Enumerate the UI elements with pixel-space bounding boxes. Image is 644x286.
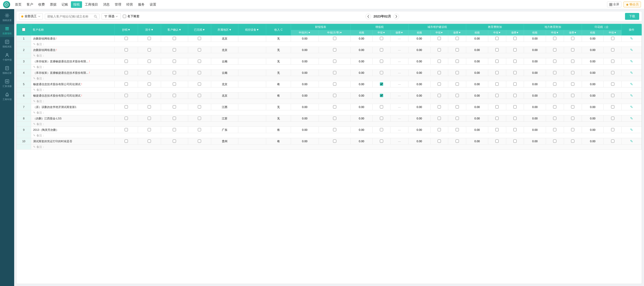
row-clear_card[interactable]: [138, 93, 161, 99]
row-chengshi-pay[interactable]: [448, 35, 466, 42]
edit-icon[interactable]: ✎: [630, 105, 633, 109]
row-jiaoyu-pay[interactable]: [506, 104, 524, 110]
row-chengshi-report[interactable]: [430, 93, 448, 99]
download-btn[interactable]: 下载: [625, 13, 639, 20]
row-zengjian-report[interactable]: [373, 93, 391, 99]
chengshi-pay-checkbox[interactable]: [456, 37, 459, 40]
difang-report-checkbox[interactable]: [553, 94, 556, 97]
done-checkbox[interactable]: [198, 48, 201, 51]
row-done[interactable]: [188, 93, 211, 99]
nav-item-home[interactable]: 首页: [13, 1, 24, 8]
difang-pay-checkbox[interactable]: [571, 117, 574, 120]
row-clear_card[interactable]: [138, 47, 161, 53]
nav-item-billing[interactable]: 收费: [36, 1, 47, 8]
jiaoyu-report-checkbox[interactable]: [495, 128, 499, 131]
confirm-checkbox[interactable]: [173, 139, 176, 143]
row-jiaoyu-report[interactable]: [488, 70, 506, 76]
row-tax_copy[interactable]: [115, 104, 138, 110]
row-chengshi-report[interactable]: [430, 35, 448, 42]
note-edit-icon[interactable]: ✎: [33, 122, 35, 126]
row-chengshi-pay[interactable]: [448, 81, 466, 87]
edit-icon[interactable]: ✎: [630, 82, 633, 86]
difang-pay-checkbox[interactable]: [571, 82, 574, 86]
confirm-checkbox[interactable]: [173, 105, 176, 109]
tax_copy-checkbox[interactable]: [125, 94, 128, 97]
row-done[interactable]: [188, 115, 211, 122]
row-confirm[interactable]: [161, 70, 188, 76]
done-checkbox[interactable]: [198, 139, 201, 143]
row-yinhua-report[interactable]: [604, 127, 622, 133]
row-confirm[interactable]: [161, 138, 188, 145]
row-operation[interactable]: ✎: [622, 104, 642, 110]
row-jiaoyu-report[interactable]: [488, 81, 506, 87]
row-chengshi-report[interactable]: [430, 70, 448, 76]
zengjian-report-checkbox[interactable]: [380, 105, 383, 109]
tax_copy-checkbox[interactable]: [125, 128, 128, 131]
date-next-btn[interactable]: [394, 14, 399, 19]
chengshi-report-checkbox[interactable]: [438, 94, 441, 97]
row-tax_copy[interactable]: [115, 93, 138, 99]
nav-item-message[interactable]: 消息: [101, 1, 112, 8]
row-caiwu-month[interactable]: [319, 70, 350, 76]
row-done[interactable]: [188, 104, 211, 110]
row-done[interactable]: [188, 138, 211, 145]
row-chengshi-report[interactable]: [430, 81, 448, 87]
row-clear_card[interactable]: [138, 138, 161, 145]
row-operation[interactable]: ✎: [622, 93, 642, 99]
row-clear_card[interactable]: [138, 58, 161, 65]
sidebar-item-annual-settlement[interactable]: 汇算清缴: [0, 77, 14, 90]
sidebar-item-personal-tax[interactable]: 个税申报: [0, 51, 14, 63]
zengjian-report-checkbox[interactable]: [380, 48, 383, 51]
confirm-checkbox[interactable]: [173, 37, 176, 40]
row-confirm[interactable]: [161, 93, 188, 99]
caiwu-month-checkbox[interactable]: [333, 48, 336, 51]
row-operation[interactable]: ✎: [622, 58, 642, 65]
accounts-checkbox[interactable]: 名下账套: [123, 14, 140, 19]
zengjian-report-checkbox[interactable]: [380, 71, 383, 74]
clear_card-checkbox[interactable]: [148, 60, 151, 63]
row-operation[interactable]: ✎: [622, 70, 642, 76]
caiwu-month-checkbox[interactable]: [333, 117, 336, 120]
tax_copy-checkbox[interactable]: [125, 71, 128, 74]
yinhua-report-checkbox[interactable]: [611, 71, 614, 74]
row-difang-pay[interactable]: [564, 58, 582, 65]
yinhua-report-checkbox[interactable]: [611, 105, 614, 109]
confirm-checkbox[interactable]: [173, 71, 176, 74]
difang-pay-checkbox[interactable]: [571, 94, 574, 97]
tax_copy-checkbox[interactable]: [125, 37, 128, 40]
zengjian-report-checkbox[interactable]: [380, 139, 383, 143]
clear_card-checkbox[interactable]: [148, 82, 151, 86]
clear_card-checkbox[interactable]: [148, 94, 151, 97]
zengjian-report-checkbox[interactable]: [380, 82, 383, 86]
edit-icon[interactable]: ✎: [630, 139, 633, 143]
row-zengjian-report[interactable]: [373, 47, 391, 53]
jiaoyu-report-checkbox[interactable]: [495, 94, 499, 97]
row-jiaoyu-pay[interactable]: [506, 115, 524, 122]
row-jiaoyu-report[interactable]: [488, 138, 506, 145]
row-confirm[interactable]: [161, 81, 188, 87]
chengshi-report-checkbox[interactable]: [438, 82, 441, 86]
chengshi-pay-checkbox[interactable]: [456, 117, 459, 120]
row-done[interactable]: [188, 70, 211, 76]
difang-report-checkbox[interactable]: [553, 37, 556, 40]
caiwu-month-checkbox[interactable]: [333, 105, 336, 109]
date-prev-btn[interactable]: [365, 14, 371, 19]
jiaoyu-report-checkbox[interactable]: [495, 48, 499, 51]
chengshi-pay-checkbox[interactable]: [456, 82, 459, 86]
row-difang-report[interactable]: [546, 81, 564, 87]
row-caiwu-month[interactable]: [319, 104, 350, 110]
difang-report-checkbox[interactable]: [553, 117, 556, 120]
confirm-checkbox[interactable]: [173, 82, 176, 86]
employee-filter-select[interactable]: 全部员工: [19, 13, 43, 20]
jiaoyu-report-checkbox[interactable]: [495, 37, 499, 40]
row-operation[interactable]: ✎: [622, 115, 642, 122]
yinhua-report-checkbox[interactable]: [611, 37, 614, 40]
row-clear_card[interactable]: [138, 35, 161, 42]
sidebar-item-batch-tax[interactable]: 批量报税: [0, 24, 14, 37]
caiwu-month-checkbox[interactable]: [333, 128, 336, 131]
note-edit-icon[interactable]: ✎: [33, 88, 35, 91]
jiaoyu-report-checkbox[interactable]: [495, 139, 499, 143]
row-difang-report[interactable]: [546, 138, 564, 145]
row-jiaoyu-pay[interactable]: [506, 127, 524, 133]
row-caiwu-month[interactable]: [319, 138, 350, 145]
